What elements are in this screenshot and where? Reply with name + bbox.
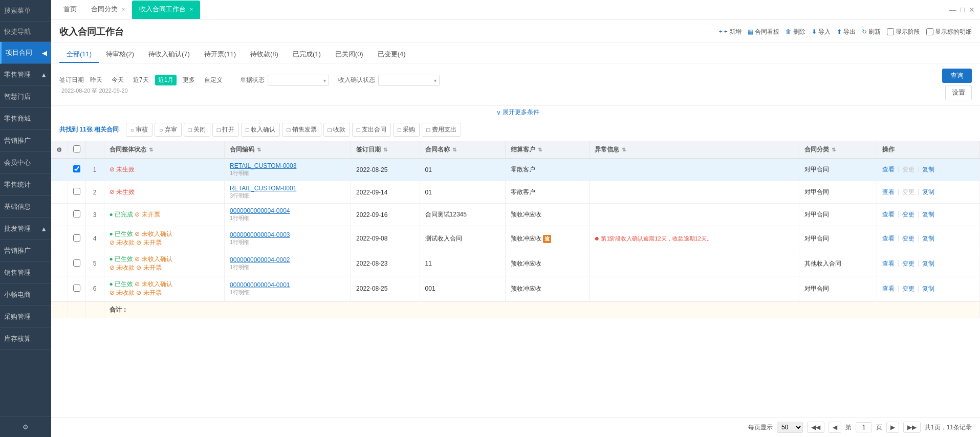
tab-pending-payment[interactable]: 待收款(8) xyxy=(243,47,286,63)
print-button[interactable]: □ 打开 xyxy=(212,123,239,137)
sales-invoice-button[interactable]: □ 销售发票 xyxy=(282,123,321,137)
copy-action-link[interactable]: 复制 xyxy=(922,259,934,268)
sidebar-item-member[interactable]: 会员中心 xyxy=(0,152,51,174)
view-action-link[interactable]: 查看 xyxy=(882,188,895,196)
contract-code-link[interactable]: RETAIL_CUSTOM-0003 xyxy=(230,162,296,169)
tab-pending-review[interactable]: 待审核(2) xyxy=(99,47,141,63)
settings-column-header[interactable]: ⚙ xyxy=(51,141,68,159)
contract-name-column-header[interactable]: 合同名称 ⇅ xyxy=(420,141,505,159)
tab-contract-category-close-icon[interactable]: × xyxy=(122,6,125,12)
first-page-button[interactable]: ◀◀ xyxy=(807,422,824,433)
copy-action-link[interactable]: 复制 xyxy=(922,210,934,219)
column-settings-icon[interactable]: ⚙ xyxy=(56,146,62,154)
view-action-link[interactable]: 查看 xyxy=(882,259,895,268)
tab-pending-invoice[interactable]: 待开票(11) xyxy=(197,47,243,63)
view-action-link[interactable]: 查看 xyxy=(882,234,895,243)
contract-board-button[interactable]: ▦ 合同看板 xyxy=(748,28,779,36)
date-btn-yesterday[interactable]: 昨天 xyxy=(87,75,105,85)
change-action-link[interactable]: 变更 xyxy=(902,259,914,268)
copy-action-link[interactable]: 复制 xyxy=(922,165,934,174)
date-btn-today[interactable]: 今天 xyxy=(108,75,127,85)
tab-home[interactable]: 首页 xyxy=(56,1,84,19)
sidebar-item-basic-info[interactable]: 基础信息 xyxy=(0,196,51,218)
close-contract-button[interactable]: □ 关闭 xyxy=(184,123,210,137)
maximize-button[interactable]: □ xyxy=(961,6,965,14)
row-3-checkbox[interactable] xyxy=(73,210,80,217)
sidebar-item-project[interactable]: 项目合同 ◀ xyxy=(0,42,51,64)
abandon-review-button[interactable]: ○ 弃审 xyxy=(155,123,181,137)
purchase-button[interactable]: □ 采购 xyxy=(393,123,420,137)
contract-code-link[interactable]: RETAIL_CUSTOM-0001 xyxy=(230,185,296,192)
income-confirm-button[interactable]: □ 收入确认 xyxy=(241,123,280,137)
change-action-link[interactable]: 变更 xyxy=(902,210,914,219)
sidebar-item-marketing[interactable]: 营销推广 xyxy=(0,130,51,152)
sidebar-item-purchase-mgmt[interactable]: 采购管理 xyxy=(0,306,51,328)
sidebar-item-smart-store[interactable]: 智慧门店 xyxy=(0,86,51,108)
sidebar-item-inventory[interactable]: 库存核算 xyxy=(0,328,51,350)
sidebar-item-retail-mgmt[interactable]: 零售管理 ▲ xyxy=(0,64,51,86)
income-confirm-status-select[interactable] xyxy=(378,75,440,86)
contract-code-link[interactable]: 0000000000004-0003 xyxy=(230,231,290,238)
export-button[interactable]: ⬆ 导出 xyxy=(837,28,856,36)
tab-changed[interactable]: 已变更(4) xyxy=(371,47,413,63)
sidebar-item-marketing2[interactable]: 营销推广 xyxy=(0,240,51,262)
error-info-column-header[interactable]: 异常信息 ⇅ xyxy=(589,141,799,159)
expand-conditions-button[interactable]: ∨ 展开更多条件 xyxy=(496,108,539,117)
collect-button[interactable]: □ 收款 xyxy=(323,123,350,137)
sidebar-item-xiaochang[interactable]: 小畅电商 xyxy=(0,284,51,306)
date-btn-custom[interactable]: 自定义 xyxy=(201,75,226,85)
page-number-input[interactable] xyxy=(856,422,872,432)
review-button[interactable]: ○ 审核 xyxy=(126,123,153,137)
sidebar-quick-nav[interactable]: 快捷导航 xyxy=(0,22,51,42)
change-action-link[interactable]: 变更 xyxy=(902,234,914,243)
show-detail-checkbox[interactable] xyxy=(926,28,933,35)
tab-contract-category[interactable]: 合同分类 × xyxy=(84,1,132,19)
row-2-checkbox[interactable] xyxy=(73,188,80,195)
prev-page-button[interactable]: ◀ xyxy=(829,422,841,433)
setting-button[interactable]: 设置 xyxy=(945,85,972,100)
sidebar-item-sales-mgmt[interactable]: 销售管理 xyxy=(0,262,51,284)
page-size-select[interactable]: 50 10 20 100 xyxy=(777,422,803,433)
view-action-link[interactable]: 查看 xyxy=(882,210,895,219)
row-5-checkbox[interactable] xyxy=(73,259,80,267)
import-button[interactable]: ⬇ 导入 xyxy=(812,28,831,36)
tab-pending-income-confirm[interactable]: 待收入确认(7) xyxy=(141,47,197,63)
settings-gear-icon[interactable]: ⚙ xyxy=(0,417,51,437)
tab-income-contract[interactable]: 收入合同工作台 × xyxy=(132,1,200,19)
copy-action-link[interactable]: 复制 xyxy=(922,234,934,243)
date-btn-1month[interactable]: 近1月 xyxy=(155,75,177,85)
contract-code-link[interactable]: 0000000000004-0002 xyxy=(230,256,290,264)
tab-all[interactable]: 全部(11) xyxy=(59,47,99,63)
delete-button[interactable]: 🗑 删除 xyxy=(786,28,805,36)
last-page-button[interactable]: ▶▶ xyxy=(903,422,921,433)
contract-status-column-header[interactable]: 合同整体状态 ⇅ xyxy=(104,141,225,159)
expense-output-button[interactable]: □ 费用支出 xyxy=(422,123,461,137)
next-page-button[interactable]: ▶ xyxy=(886,422,899,433)
view-action-link[interactable]: 查看 xyxy=(882,165,895,174)
tab-completed[interactable]: 已完成(1) xyxy=(286,47,328,63)
refresh-button[interactable]: ↻ 刷新 xyxy=(862,28,881,36)
view-action-link[interactable]: 查看 xyxy=(882,285,895,293)
copy-action-link[interactable]: 复制 xyxy=(922,285,934,293)
date-btn-more[interactable]: 更多 xyxy=(180,75,198,85)
row-6-checkbox[interactable] xyxy=(73,285,80,292)
tab-income-contract-close-icon[interactable]: × xyxy=(190,6,193,12)
sidebar-item-wholesale-mgmt[interactable]: 批发管理 ▲ xyxy=(0,218,51,240)
new-button[interactable]: + + 新增 xyxy=(719,28,742,36)
tab-closed[interactable]: 已关闭(0) xyxy=(328,47,371,63)
contract-code-column-header[interactable]: 合同编码 ⇅ xyxy=(225,141,351,159)
copy-action-link[interactable]: 复制 xyxy=(922,188,934,196)
select-all-checkbox[interactable] xyxy=(73,145,80,152)
sidebar-search[interactable]: 搜索菜单 xyxy=(0,0,51,22)
query-button[interactable]: 查询 xyxy=(942,69,972,83)
contract-code-link[interactable]: 0000000000004-0001 xyxy=(230,281,290,289)
customer-column-header[interactable]: 结算客户 ⇅ xyxy=(505,141,589,159)
contract-code-link[interactable]: 0000000000004-0004 xyxy=(230,207,290,214)
sidebar-item-retail-mall[interactable]: 零售商城 xyxy=(0,108,51,130)
show-segment-checkbox[interactable] xyxy=(887,28,894,35)
row-1-checkbox[interactable] xyxy=(73,165,80,172)
contract-type-column-header[interactable]: 合同分类 ⇅ xyxy=(799,141,877,159)
sign-date-column-header[interactable]: 签订日期 ⇅ xyxy=(351,141,420,159)
document-status-select[interactable] xyxy=(268,75,329,86)
expense-contract-button[interactable]: □ 支出合同 xyxy=(352,123,391,137)
